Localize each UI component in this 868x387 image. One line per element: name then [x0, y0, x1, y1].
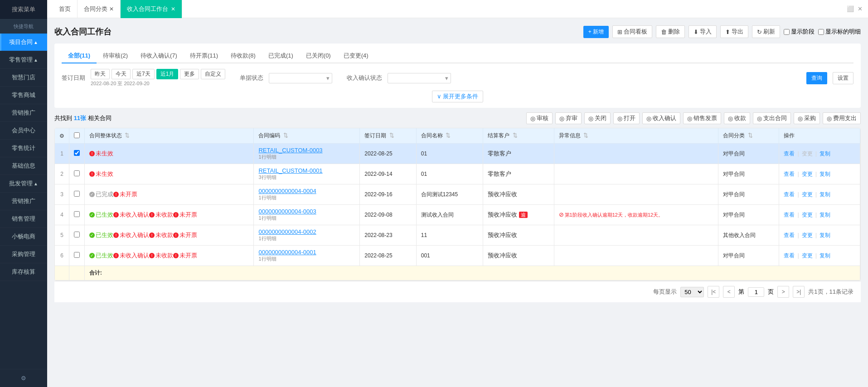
row-action-查看[interactable]: 查看: [784, 191, 795, 198]
sidebar-search[interactable]: 搜索菜单: [0, 0, 47, 19]
refresh-button[interactable]: ↻ 刷新: [752, 25, 780, 38]
sidebar-item-member[interactable]: 会员中心: [0, 122, 47, 140]
contract-code-link[interactable]: 0000000000004-0004: [258, 188, 316, 194]
date-shortcut-自定义[interactable]: 自定义: [201, 69, 225, 79]
row-action-复制[interactable]: 复制: [820, 191, 830, 198]
row-checkbox[interactable]: [69, 144, 85, 164]
status-tab-待开票(11)[interactable]: 待开票(11): [184, 49, 224, 63]
row-action-变更[interactable]: 变更: [802, 232, 813, 239]
row-checkbox[interactable]: [69, 205, 85, 225]
row-select-checkbox[interactable]: [74, 150, 80, 156]
action-btn-收入确认[interactable]: ◎收入确认: [642, 112, 680, 124]
action-btn-弃审[interactable]: ◎弃审: [555, 112, 582, 124]
category-sort-icon[interactable]: ⇅: [748, 132, 753, 139]
sidebar-item-marketing[interactable]: 营销推广: [0, 104, 47, 122]
status-tab-已关闭(0)[interactable]: 已关闭(0): [300, 49, 337, 63]
tab-首页[interactable]: 首页: [53, 0, 78, 18]
export-button[interactable]: ⬆ 导出: [720, 25, 748, 38]
new-button[interactable]: + 新增: [583, 26, 609, 38]
sidebar-item-retail_mall[interactable]: 零售商城: [0, 87, 47, 104]
date-sort-icon[interactable]: ⇅: [389, 132, 394, 139]
action-btn-审核[interactable]: ◎审核: [526, 112, 553, 124]
status-sort-icon[interactable]: ⇅: [125, 132, 130, 139]
prev-page-button[interactable]: <: [723, 286, 735, 298]
row-select-checkbox[interactable]: [74, 191, 80, 197]
sidebar-settings[interactable]: ⚙: [0, 369, 47, 387]
row-action-复制[interactable]: 复制: [820, 232, 830, 239]
action-btn-支出合同[interactable]: ◎支出合同: [753, 112, 791, 124]
kanban-button[interactable]: ⊞ 合同看板: [612, 25, 652, 38]
action-btn-打开[interactable]: ◎打开: [613, 112, 640, 124]
doc-status-select[interactable]: [269, 73, 332, 83]
action-btn-收款[interactable]: ◎收款: [724, 112, 750, 124]
action-btn-销售发票[interactable]: ◎销售发票: [683, 112, 721, 124]
contract-code-link[interactable]: RETAIL_CUSTOM-0001: [258, 167, 322, 174]
page-size-select[interactable]: 50 10 20 100: [680, 287, 704, 297]
tab-close-icon[interactable]: ✕: [109, 6, 114, 12]
row-select-checkbox[interactable]: [74, 252, 80, 258]
customer-sort-icon[interactable]: ⇅: [513, 132, 518, 139]
row-action-查看[interactable]: 查看: [784, 150, 795, 158]
contract-code-link[interactable]: RETAIL_CUSTOM-0003: [258, 147, 322, 154]
row-action-复制[interactable]: 复制: [820, 211, 830, 219]
row-select-checkbox[interactable]: [74, 211, 80, 217]
date-shortcut-更多[interactable]: 更多: [180, 69, 199, 79]
row-action-复制[interactable]: 复制: [820, 150, 830, 158]
code-sort-icon[interactable]: ⇅: [283, 132, 288, 139]
date-shortcut-近1月[interactable]: 近1月: [156, 69, 179, 79]
date-shortcut-昨天[interactable]: 昨天: [91, 69, 110, 79]
first-page-button[interactable]: |<: [708, 286, 719, 298]
sidebar-item-sales_mgmt[interactable]: 销售管理: [0, 210, 47, 228]
tabbar-end[interactable]: ⬜ ✕: [847, 5, 863, 12]
row-action-查看[interactable]: 查看: [784, 170, 795, 178]
contract-code-link[interactable]: 0000000000004-0003: [258, 208, 316, 215]
sidebar-item-base_info[interactable]: 基础信息: [0, 157, 47, 175]
checkbox-column-header[interactable]: [69, 128, 85, 144]
row-action-变更[interactable]: 变更: [802, 211, 813, 219]
show-details-checkbox[interactable]: 显示标的明细: [818, 28, 861, 36]
sidebar-item-wholesale[interactable]: 批发管理▲: [0, 175, 47, 193]
date-shortcut-今天[interactable]: 今天: [112, 69, 131, 79]
row-select-checkbox[interactable]: [74, 170, 80, 176]
sidebar-item-project[interactable]: 项目合同▲: [0, 34, 47, 51]
query-button[interactable]: 查询: [806, 72, 827, 84]
abnormal-sort-icon[interactable]: ⇅: [583, 132, 588, 139]
sidebar-item-inventory[interactable]: 库存核算: [0, 263, 47, 281]
receive-confirm-select[interactable]: [388, 73, 451, 83]
action-btn-费用支出[interactable]: ◎费用支出: [823, 112, 861, 124]
row-select-checkbox[interactable]: [74, 232, 80, 237]
row-checkbox[interactable]: [69, 225, 85, 246]
sidebar-item-xiaochu[interactable]: 小畅电商: [0, 228, 47, 246]
show-stages-checkbox[interactable]: 显示阶段: [784, 28, 815, 36]
sidebar-quick-nav[interactable]: 快捷导航: [0, 19, 47, 34]
row-action-变更[interactable]: 变更: [802, 170, 813, 178]
row-action-查看[interactable]: 查看: [784, 211, 795, 219]
close-window-icon[interactable]: ✕: [858, 5, 863, 12]
status-tab-已变更(4)[interactable]: 已变更(4): [337, 49, 375, 63]
row-checkbox[interactable]: [69, 164, 85, 184]
sidebar-item-purchase[interactable]: 采购管理: [0, 246, 47, 263]
row-action-变更[interactable]: 变更: [802, 252, 813, 260]
date-shortcut-近7天[interactable]: 近7天: [132, 69, 155, 79]
status-tab-待收款(8)[interactable]: 待收款(8): [224, 49, 262, 63]
settings-filter-button[interactable]: 设置: [833, 72, 853, 84]
page-input[interactable]: [748, 287, 764, 297]
status-tab-全部(11)[interactable]: 全部(11): [62, 49, 97, 63]
tab-合同分类[interactable]: 合同分类 ✕: [78, 0, 121, 18]
sidebar-item-marketing2[interactable]: 营销推广: [0, 193, 47, 210]
status-tab-待审核(2)[interactable]: 待审核(2): [97, 49, 134, 63]
import-button[interactable]: ⬇ 导入: [689, 25, 717, 38]
last-page-button[interactable]: >|: [793, 286, 805, 298]
next-page-button[interactable]: >: [777, 286, 789, 298]
name-sort-icon[interactable]: ⇅: [446, 132, 451, 139]
select-all-checkbox[interactable]: [74, 132, 80, 138]
delete-button[interactable]: 🗑 删除: [656, 25, 685, 38]
tab-close-icon[interactable]: ✕: [171, 0, 175, 18]
expand-filter-button[interactable]: ∨ 展开更多条件: [432, 91, 483, 102]
action-btn-关闭[interactable]: ◎关闭: [584, 112, 611, 124]
row-checkbox[interactable]: [69, 184, 85, 205]
tab-收入合同工作台[interactable]: 收入合同工作台 ✕: [121, 0, 182, 18]
row-action-复制[interactable]: 复制: [820, 252, 830, 260]
sidebar-item-retail[interactable]: 零售管理▲: [0, 51, 47, 69]
gear-column-header[interactable]: ⚙: [55, 128, 69, 144]
